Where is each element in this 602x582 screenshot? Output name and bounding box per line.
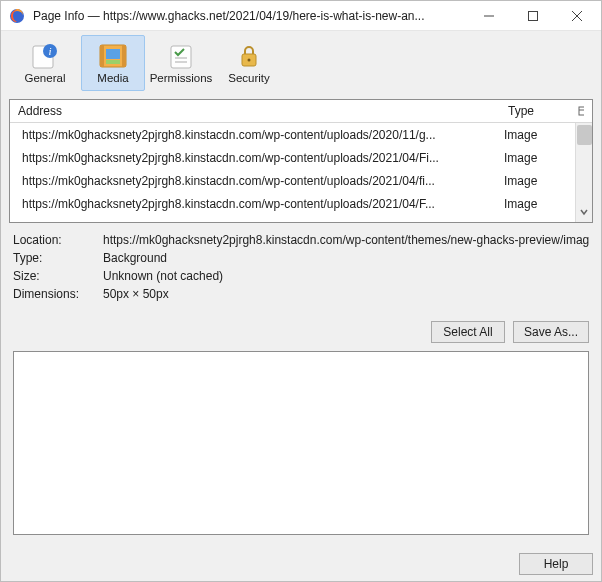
maximize-button[interactable] [511,2,555,30]
tab-media[interactable]: Media [81,35,145,91]
media-preview [13,351,589,535]
size-value: Unknown (not cached) [103,269,589,283]
media-details: Location: https://mk0ghacksnety2pjrgh8.k… [9,223,593,303]
tab-security[interactable]: Security [217,35,281,91]
svg-rect-9 [100,45,104,67]
tab-general-label: General [25,72,66,84]
lock-icon [233,42,265,70]
chevron-down-icon[interactable] [579,206,589,220]
size-label: Size: [13,269,103,283]
tab-permissions[interactable]: Permissions [149,35,213,91]
type-value: Background [103,251,589,265]
scrollbar[interactable] [575,123,592,222]
svg-rect-10 [122,45,126,67]
list-item[interactable]: https://mk0ghacksnety2pjrgh8.kinstacdn.c… [10,123,574,146]
page-info-window: Page Info — https://www.ghacks.net/2021/… [0,0,602,582]
scrollbar-thumb[interactable] [577,125,592,145]
list-rows: https://mk0ghacksnety2pjrgh8.kinstacdn.c… [10,123,592,222]
col-options-icon[interactable] [570,100,592,122]
list-header: Address Type [10,100,592,123]
svg-rect-12 [106,60,120,64]
toolbar: i General Media Permissions Security [1,31,601,95]
select-all-button[interactable]: Select All [431,321,505,343]
content-area: Address Type https://mk0ghacksnety2pjrgh… [1,95,601,547]
window-title: Page Info — https://www.ghacks.net/2021/… [33,9,467,23]
svg-rect-13 [171,46,191,68]
help-button[interactable]: Help [519,553,593,575]
tab-security-label: Security [228,72,270,84]
footer: Help [1,547,601,581]
minimize-button[interactable] [467,2,511,30]
svg-rect-11 [106,49,120,59]
svg-rect-2 [529,11,538,20]
dimensions-value: 50px × 50px [103,287,589,301]
list-item[interactable]: https://mk0ghacksnety2pjrgh8.kinstacdn.c… [10,146,574,169]
titlebar: Page Info — https://www.ghacks.net/2021/… [1,1,601,31]
tab-permissions-label: Permissions [150,72,213,84]
col-type[interactable]: Type [500,100,570,122]
tab-general[interactable]: i General [13,35,77,91]
firefox-icon [9,8,25,24]
media-list[interactable]: Address Type https://mk0ghacksnety2pjrgh… [9,99,593,223]
permissions-icon [165,42,197,70]
location-value: https://mk0ghacksnety2pjrgh8.kinstacdn.c… [103,233,589,247]
info-icon: i [29,42,61,70]
svg-rect-18 [579,107,584,115]
svg-text:i: i [48,45,51,57]
tab-media-label: Media [97,72,128,84]
col-address[interactable]: Address [10,100,500,122]
list-item[interactable]: https://mk0ghacksnety2pjrgh8.kinstacdn.c… [10,192,574,215]
close-button[interactable] [555,2,599,30]
dimensions-label: Dimensions: [13,287,103,301]
svg-point-17 [248,59,251,62]
media-icon [97,42,129,70]
list-item[interactable]: https://mk0ghacksnety2pjrgh8.kinstacdn.c… [10,169,574,192]
save-as-button[interactable]: Save As... [513,321,589,343]
type-label: Type: [13,251,103,265]
action-buttons: Select All Save As... [9,303,593,347]
location-label: Location: [13,233,103,247]
